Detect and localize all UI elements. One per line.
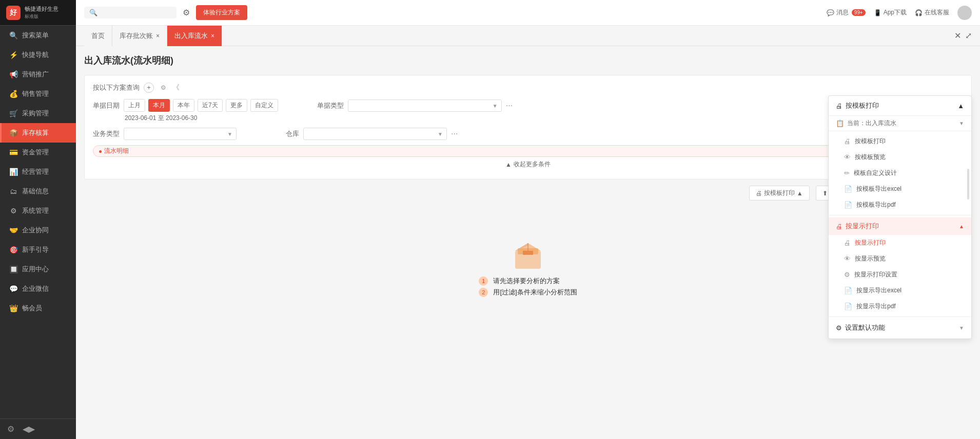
dropdown-template-preview[interactable]: 👁 按模板预览	[829, 149, 971, 165]
warehouse-select-wrapper	[303, 128, 447, 140]
date-btn-custom[interactable]: 自定义	[250, 99, 278, 112]
date-btn-7days[interactable]: 近7天	[198, 99, 223, 112]
sidebar: 好 畅捷通好生意 标准版 🔍 搜索菜单 ⚡ 快捷导航 📢 营销推广 💰 销售管理…	[0, 0, 76, 439]
sidebar-footer: ⚙ ◀▶	[0, 418, 76, 439]
date-btn-this-month[interactable]: 本月	[148, 99, 170, 112]
sidebar-item-新手引导[interactable]: 🎯 新手引导	[0, 240, 76, 260]
dropdown-collapse-btn[interactable]: ▲	[957, 102, 964, 110]
dropdown-display-preview[interactable]: 👁 按显示预览	[829, 251, 971, 267]
print-dropdown-panel: 🖨 按模板打印 ▲ 📋 当前：出入库流水 ▼ 🖨 按模板打印	[828, 95, 972, 339]
sidebar-item-采购管理[interactable]: 🛒 采购管理	[0, 104, 76, 123]
template-print-arrow: ▲	[797, 190, 803, 197]
sidebar-item-系统管理[interactable]: ⚙ 系统管理	[0, 201, 76, 221]
main-area: 🔍 ⚙ 体验行业方案 💬 消息 99+ 📱 App下载 🎧 在线客服	[76, 0, 980, 439]
sidebar-label-7: 经营管理	[22, 167, 49, 176]
sidebar-item-快捷导航[interactable]: ⚡ 快捷导航	[0, 45, 76, 65]
sidebar-item-畅会员[interactable]: 👑 畅会员	[0, 298, 76, 318]
dropdown-display-section-header[interactable]: 🖨 按显示打印 ▲	[829, 217, 971, 235]
warehouse-more-icon[interactable]: ···	[451, 129, 458, 138]
dropdown-display-pdf[interactable]: 📄 按显示导出pdf	[829, 298, 971, 314]
tab-stock-flow[interactable]: 出入库流水 ×	[167, 26, 222, 46]
template-preview-icon: 👁	[844, 153, 851, 161]
search-icon: 🔍	[89, 9, 97, 16]
dropdown-template-excel[interactable]: 📄 按模板导出excel	[829, 181, 971, 197]
sidebar-item-资金管理[interactable]: 💳 资金管理	[0, 143, 76, 162]
sidebar-item-企业协同[interactable]: 🤝 企业协同	[0, 221, 76, 240]
collapse-icon[interactable]: ◀▶	[23, 424, 35, 434]
dropdown-template-design[interactable]: ✏ 模板自定义设计	[829, 165, 971, 181]
template-print-icon: 🖨	[756, 190, 762, 197]
app-download-action[interactable]: 📱 App下载	[874, 8, 907, 17]
tab-home[interactable]: 首页	[84, 26, 112, 46]
sidebar-item-库存核算[interactable]: 📦 库存核算	[0, 123, 76, 143]
sidebar-item-经营管理[interactable]: 📊 经营管理	[0, 162, 76, 182]
dropdown-set-default[interactable]: ⚙ 设置默认功能 ▼	[829, 319, 971, 336]
sidebar-icon-11: 🎯	[9, 245, 18, 254]
sidebar-icon-0: 🔍	[9, 31, 18, 40]
dropdown-display-settings[interactable]: ⚙ 按显示打印设置	[829, 267, 971, 283]
dropdown-scrollbar[interactable]	[967, 169, 969, 199]
template-print-btn[interactable]: 🖨 按模板打印 ▲	[749, 186, 810, 201]
sidebar-item-营销推广[interactable]: 📢 营销推广	[0, 65, 76, 84]
message-action[interactable]: 💬 消息 99+	[827, 8, 866, 17]
search-bar[interactable]: 🔍	[84, 7, 177, 18]
dropdown-title: 按模板打印	[846, 101, 879, 110]
filter-add-button[interactable]: +	[144, 83, 154, 93]
template-pdf-icon: 📄	[844, 201, 852, 209]
app-badge: 标准版	[25, 13, 58, 20]
warehouse-label: 仓库	[286, 129, 299, 138]
warehouse-select[interactable]	[303, 128, 447, 140]
filter-setting-button[interactable]: ⚙	[158, 83, 168, 93]
user-avatar[interactable]	[957, 6, 972, 20]
online-service-action[interactable]: 🎧 在线客服	[915, 8, 949, 17]
date-btn-this-year[interactable]: 本年	[173, 99, 194, 112]
dropdown-template-pdf[interactable]: 📄 按模板导出pdf	[829, 197, 971, 213]
sidebar-label-14: 畅会员	[22, 304, 42, 313]
sidebar-icon-14: 👑	[9, 304, 18, 313]
filter-collapse-button[interactable]: 《	[172, 83, 180, 92]
date-btn-last-month[interactable]: 上月	[124, 99, 145, 112]
tab-close-all-icon[interactable]: ✕	[954, 31, 961, 41]
collapse-up-icon: ▲	[505, 161, 512, 168]
date-label: 单据日期	[93, 101, 120, 110]
display-settings-icon: ⚙	[844, 271, 850, 278]
display-excel-label: 按显示导出excel	[856, 286, 901, 295]
doc-type-more-icon[interactable]: ···	[506, 101, 513, 110]
sidebar-item-应用中心[interactable]: 🔲 应用中心	[0, 260, 76, 279]
sidebar-item-企业微信[interactable]: 💬 企业微信	[0, 279, 76, 298]
sidebar-icon-10: 🤝	[9, 226, 18, 235]
dropdown-header: 🖨 按模板打印 ▲	[829, 96, 971, 116]
sidebar-item-搜索菜单[interactable]: 🔍 搜索菜单	[0, 26, 76, 45]
tab-stock-flow-label: 出入库流水	[174, 31, 208, 41]
sidebar-icon-1: ⚡	[9, 50, 18, 59]
biz-type-select-wrapper	[124, 128, 237, 140]
tab-maximize-icon[interactable]: ⤢	[965, 31, 972, 41]
search-input[interactable]	[101, 9, 162, 16]
sidebar-item-销售管理[interactable]: 💰 销售管理	[0, 84, 76, 104]
dropdown-display-print[interactable]: 🖨 按显示打印	[829, 235, 971, 251]
sidebar-icon-8: 🗂	[9, 187, 18, 196]
biz-type-select[interactable]	[124, 128, 237, 140]
tab-inventory-batch-close[interactable]: ×	[156, 32, 160, 39]
sidebar-icon-4: 🛒	[9, 109, 18, 118]
template-preview-label: 按模板预览	[855, 153, 886, 162]
sidebar-label-12: 应用中心	[22, 265, 49, 274]
doc-type-select[interactable]	[348, 99, 502, 112]
settings-icon[interactable]: ⚙	[7, 424, 14, 434]
trial-button[interactable]: 体验行业方案	[196, 5, 247, 20]
settings-gear-icon[interactable]: ⚙	[183, 8, 190, 17]
display-section-icon: 🖨	[836, 223, 842, 230]
dropdown-display-excel[interactable]: 📄 按显示导出excel	[829, 283, 971, 298]
dropdown-template-print[interactable]: 🖨 按模板打印	[829, 133, 971, 149]
dropdown-current-arrow[interactable]: ▼	[959, 121, 964, 126]
date-btn-more[interactable]: 更多	[226, 99, 247, 112]
tab-stock-flow-close[interactable]: ×	[211, 32, 214, 39]
tabbar: 首页 库存批次账 × 出入库流水 × ✕ ⤢	[76, 26, 980, 46]
template-print-label: 按模板打印	[764, 189, 795, 197]
page-content: 出入库流水(流水明细) 按以下方案查询 + ⚙ 《 单据日期 上月 本月 本年 …	[76, 46, 980, 439]
date-filter: 上月 本月 本年 近7天 更多 自定义	[124, 99, 278, 112]
tab-inventory-batch[interactable]: 库存批次账 ×	[112, 26, 167, 46]
sidebar-item-基础信息[interactable]: 🗂 基础信息	[0, 182, 76, 201]
dropdown-display-section: 🖨 按显示打印 ▲ 🖨 按显示打印 👁 按显示预览 ⚙ 按显示打印设置	[829, 215, 971, 316]
message-badge: 99+	[852, 9, 866, 16]
